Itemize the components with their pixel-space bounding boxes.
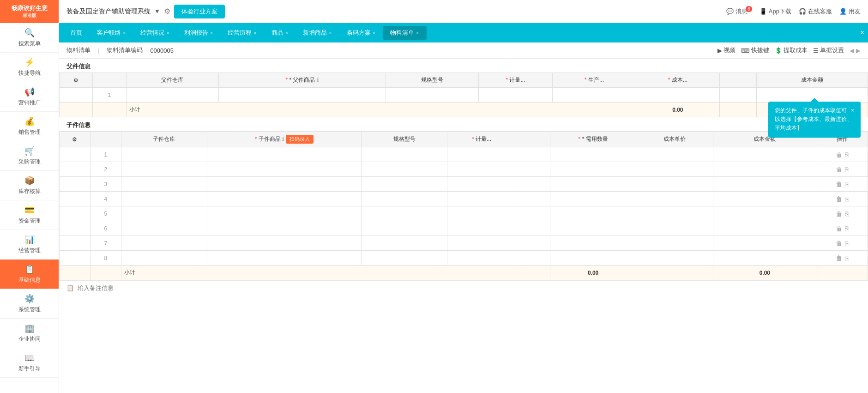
child-row6-unit-price[interactable]: [636, 221, 713, 236]
tab-customer[interactable]: 客户联络×: [90, 26, 133, 40]
parent-row1-unit[interactable]: [478, 88, 553, 103]
tab-barcode[interactable]: 条码方案×: [339, 26, 383, 40]
tab-home[interactable]: 首页: [63, 26, 90, 40]
nav-arrows[interactable]: ◀ ▶: [850, 47, 861, 54]
copy-icon-row1[interactable]: ⎘: [845, 151, 849, 158]
child-row3-spec[interactable]: [362, 177, 447, 192]
tab-barcode-close[interactable]: ×: [373, 30, 375, 36]
try-industry-button[interactable]: 体验行业方案: [174, 5, 225, 18]
child-row6-qty[interactable]: [550, 221, 636, 236]
child-settings-icon[interactable]: ⚙: [72, 136, 77, 143]
tab-history[interactable]: 经营历程×: [220, 26, 264, 40]
copy-icon-row3[interactable]: ⎘: [845, 181, 849, 188]
child-row1-warehouse[interactable]: [121, 147, 207, 162]
child-row6-spec[interactable]: [362, 221, 447, 236]
child-row4-product[interactable]: [207, 192, 362, 206]
tab-product-close[interactable]: ×: [285, 30, 288, 36]
child-row3-unit-price[interactable]: [636, 177, 713, 192]
child-row7-warehouse[interactable]: [121, 236, 207, 251]
settings-gear-icon[interactable]: ⚙: [164, 7, 170, 16]
sidebar-item-search[interactable]: 🔍 搜索菜单: [0, 23, 59, 53]
settings-icon[interactable]: ⚙: [73, 77, 78, 84]
delete-icon-row7[interactable]: 🗑: [836, 240, 842, 247]
shortcut-action[interactable]: ⌨ 快捷键: [741, 46, 769, 54]
tab-profit-close[interactable]: ×: [210, 30, 213, 36]
child-row6-product[interactable]: [207, 221, 362, 236]
remark-input[interactable]: [78, 284, 861, 291]
child-row1-spec[interactable]: [362, 147, 447, 162]
tab-bom-close[interactable]: ×: [416, 30, 419, 36]
tab-operations-status[interactable]: 经营情况×: [133, 26, 176, 40]
breadcrumb-bom-list[interactable]: 物料清单: [66, 46, 90, 54]
child-row5-unit-price[interactable]: [636, 206, 713, 221]
child-row3-qty[interactable]: [550, 177, 636, 192]
app-download-item[interactable]: 📱 App下载: [760, 7, 791, 16]
tab-new-product[interactable]: 新增商品×: [295, 26, 339, 40]
child-row8-qty[interactable]: [550, 251, 636, 266]
single-settings-action[interactable]: ☰ 单据设置: [813, 46, 844, 54]
sidebar-item-purchase[interactable]: 🛒 采购管理: [0, 141, 59, 171]
tab-product[interactable]: 商品×: [264, 26, 295, 40]
system-dropdown-icon[interactable]: ▼: [154, 8, 160, 15]
child-row4-unit-price[interactable]: [636, 192, 713, 206]
child-row8-unit[interactable]: [447, 251, 516, 266]
sidebar-item-inventory[interactable]: 📦 库存核算: [0, 171, 59, 200]
child-row2-unit[interactable]: [447, 162, 516, 177]
child-row1-unit-price[interactable]: [636, 147, 713, 162]
child-row7-unit-price[interactable]: [636, 236, 713, 251]
child-row7-spec[interactable]: [362, 236, 447, 251]
child-row5-product[interactable]: [207, 206, 362, 221]
tab-customer-close[interactable]: ×: [123, 30, 126, 36]
sidebar-item-basic-info[interactable]: 📋 基础信息: [0, 260, 59, 289]
sidebar-item-system[interactable]: ⚙️ 系统管理: [0, 289, 59, 319]
parent-row1-product[interactable]: [219, 88, 386, 103]
scan-input-button[interactable]: 扫码录入: [286, 135, 313, 144]
child-row2-qty[interactable]: [550, 162, 636, 177]
copy-icon-row6[interactable]: ⎘: [845, 225, 849, 232]
child-row2-unit-price[interactable]: [636, 162, 713, 177]
message-item[interactable]: 💬 消息 6: [726, 7, 752, 16]
extract-cost-action[interactable]: 💲 提取成本: [775, 46, 808, 54]
child-row8-spec[interactable]: [362, 251, 447, 266]
child-row6-unit[interactable]: [447, 221, 516, 236]
online-service-item[interactable]: 🎧 在线客服: [799, 7, 832, 16]
sidebar-item-enterprise[interactable]: 🏢 企业协同: [0, 319, 59, 348]
child-row5-warehouse[interactable]: [121, 206, 207, 221]
child-row8-unit-price[interactable]: [636, 251, 713, 266]
child-row5-qty[interactable]: [550, 206, 636, 221]
delete-icon-row6[interactable]: 🗑: [836, 225, 842, 232]
tab-bom[interactable]: 物料清单×: [383, 26, 426, 40]
tab-history-close[interactable]: ×: [253, 30, 256, 36]
sidebar-item-sales[interactable]: 💰 销售管理: [0, 112, 59, 141]
tooltip-close-button[interactable]: ×: [851, 106, 854, 115]
child-row1-product[interactable]: [207, 147, 362, 162]
child-row5-spec[interactable]: [362, 206, 447, 221]
video-action[interactable]: ▶ 视频: [717, 46, 735, 54]
child-row4-unit[interactable]: [447, 192, 516, 206]
child-row7-qty[interactable]: [550, 236, 636, 251]
child-row4-qty[interactable]: [550, 192, 636, 206]
copy-icon-row7[interactable]: ⎘: [845, 240, 849, 247]
child-row1-unit[interactable]: [447, 147, 516, 162]
sidebar-item-quick-nav[interactable]: ⚡ 快捷导航: [0, 53, 59, 82]
child-row4-spec[interactable]: [362, 192, 447, 206]
copy-icon-row2[interactable]: ⎘: [845, 166, 849, 173]
child-row7-unit[interactable]: [447, 236, 516, 251]
child-row1-qty[interactable]: [550, 147, 636, 162]
delete-icon-row3[interactable]: 🗑: [836, 181, 842, 188]
delete-icon-row2[interactable]: 🗑: [836, 166, 842, 173]
sidebar-item-guide[interactable]: 📖 新手引导: [0, 348, 59, 378]
child-row2-spec[interactable]: [362, 162, 447, 177]
child-row5-unit[interactable]: [447, 206, 516, 221]
parent-row1-warehouse[interactable]: [126, 88, 219, 103]
copy-icon-row4[interactable]: ⎘: [845, 195, 849, 203]
sidebar-item-marketing[interactable]: 📢 营销推广: [0, 82, 59, 112]
child-row3-unit[interactable]: [447, 177, 516, 192]
tab-operations-status-close[interactable]: ×: [166, 30, 169, 36]
child-row7-product[interactable]: [207, 236, 362, 251]
delete-icon-row5[interactable]: 🗑: [836, 210, 842, 218]
child-row3-product[interactable]: [207, 177, 362, 192]
delete-icon-row8[interactable]: 🗑: [836, 254, 842, 262]
child-row2-warehouse[interactable]: [121, 162, 207, 177]
sidebar-item-finance[interactable]: 💳 资金管理: [0, 200, 59, 230]
